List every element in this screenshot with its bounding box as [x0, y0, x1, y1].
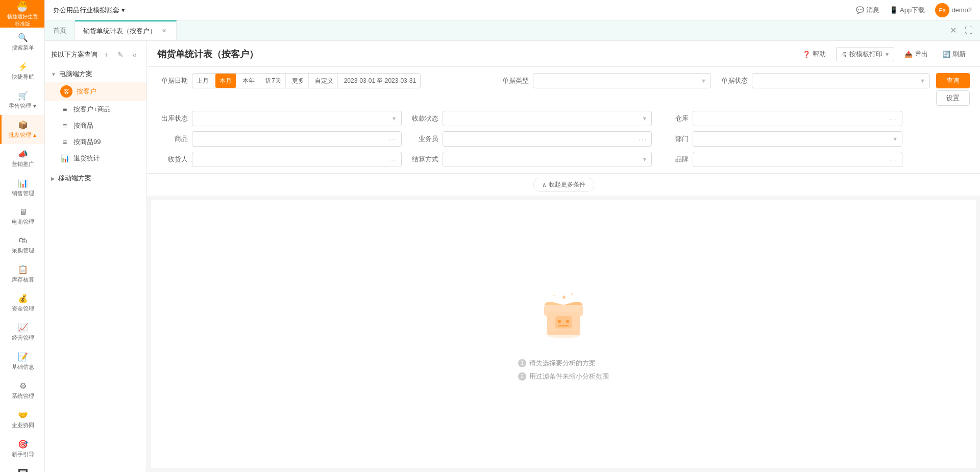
sidebar-item-finance[interactable]: 💰 资金管理: [0, 289, 45, 318]
sidebar-item-basic[interactable]: 📝 基础信息: [0, 347, 45, 376]
quick-icon: ⚡: [4, 62, 43, 72]
user-profile-btn[interactable]: Ea demo2: [935, 3, 972, 17]
empty-illustration: ✦ ✦ ✦: [533, 286, 594, 348]
department-label: 部门: [658, 134, 689, 144]
settings-btn[interactable]: 设置: [936, 90, 970, 106]
date-filter[interactable]: 上月 本月 本年 近7天 更多 自定义 2023-03-01 至 2023-03…: [192, 73, 421, 88]
product-input[interactable]: ···: [192, 131, 402, 147]
header-title[interactable]: 办公用品行业模拟账套 ▾: [53, 6, 125, 15]
payment-select[interactable]: ▼: [443, 111, 652, 126]
sidebar-item-guide[interactable]: 🎯 新手引导: [0, 434, 45, 463]
app-download-btn[interactable]: 📱 App下载: [890, 6, 925, 15]
step-num-1: 1: [518, 359, 526, 367]
order-type-label: 单据类型: [498, 76, 529, 85]
sidebar-item-apps[interactable]: 🔲 应用中心: [0, 463, 45, 472]
desktop-arrow-icon: ▼: [51, 72, 56, 77]
corp-icon: 🤝: [4, 410, 43, 420]
sidebar-item-retail[interactable]: 🛒 零售管理 ▼: [0, 86, 45, 115]
collapse-bar: ∧ 收起更多条件: [147, 174, 980, 196]
refresh-btn[interactable]: 🔄 刷新: [938, 48, 970, 61]
wholesale-icon: 📦: [4, 120, 43, 130]
filter-actions: 查询 设置: [936, 73, 970, 106]
salesperson-input[interactable]: ···: [443, 131, 652, 147]
mobile-arrow-icon: ▶: [51, 176, 55, 181]
outbound-select[interactable]: ▼: [192, 111, 402, 126]
operation-icon: 📈: [4, 323, 43, 333]
salesperson-label: 业务员: [408, 134, 438, 144]
export-btn[interactable]: 📤 导出: [900, 48, 932, 61]
search-icon: 🔍: [4, 33, 43, 42]
message-btn[interactable]: 💬 消息: [856, 6, 879, 15]
sidebar-item-ecom[interactable]: 🖥 电商管理: [0, 202, 45, 231]
export-icon: 📤: [904, 51, 913, 58]
empty-box-svg: ✦ ✦ ✦: [533, 286, 594, 347]
collapse-btn[interactable]: ∧ 收起更多条件: [533, 178, 594, 192]
sidebar-item-wholesale[interactable]: 📦 批发管理 ▲: [0, 115, 45, 144]
print-icon: 🖨: [841, 51, 847, 58]
svg-point-8: [566, 320, 569, 323]
sidebar-logo[interactable]: 🐣 畅捷通好生意 标准版: [0, 0, 45, 28]
sidebar-item-marketing[interactable]: 📣 营销推广: [0, 144, 45, 173]
window-close-btn[interactable]: ✕: [948, 25, 959, 36]
warehouse-input[interactable]: ···: [693, 111, 902, 126]
marketing-icon: 📣: [4, 149, 43, 159]
outbound-dropdown-icon: ▼: [391, 115, 397, 122]
print-btn[interactable]: 🖨 按模板打印 ▼: [836, 47, 894, 61]
order-status-dropdown-icon: ▼: [920, 78, 925, 84]
sidebar-item-purchase[interactable]: 🛍 采购管理: [0, 231, 45, 259]
window-max-btn[interactable]: ⛶: [963, 25, 975, 36]
help-btn[interactable]: ❓ 帮助: [798, 48, 830, 61]
tab-close-btn[interactable]: ✕: [160, 27, 168, 35]
date-btn-last-7-days[interactable]: 近7天: [261, 74, 286, 88]
tree-item-by-product99[interactable]: ≡ 按商品99: [45, 134, 146, 150]
warehouse-label: 仓库: [658, 114, 689, 123]
edit-scheme-btn[interactable]: ✎: [115, 49, 126, 60]
page-actions: ❓ 帮助 🖨 按模板打印 ▼ 📤 导出 🔄: [798, 47, 970, 61]
collapse-panel-btn[interactable]: «: [129, 49, 140, 60]
basic-icon: 📝: [4, 352, 43, 362]
tab-home[interactable]: 首页: [45, 20, 75, 40]
sidebar-item-operation[interactable]: 📈 经营管理: [0, 318, 45, 347]
order-status-select[interactable]: ▼: [752, 73, 930, 88]
tab-active[interactable]: 销货单统计表（按客户） ✕: [75, 20, 177, 40]
brand-input[interactable]: ···: [693, 152, 902, 167]
logo-icon: 🐣: [16, 0, 29, 12]
date-btn-this-month[interactable]: 本月: [215, 74, 236, 88]
apps-icon: 🔲: [4, 468, 43, 472]
avatar: Ea: [935, 3, 949, 17]
date-btn-more[interactable]: 更多: [288, 74, 309, 88]
collapse-up-icon: ∧: [542, 181, 547, 188]
logo-text: 畅捷通好生意: [7, 13, 38, 20]
sidebar-item-quick[interactable]: ⚡ 快捷导航: [0, 57, 45, 86]
tree-mobile-group: ▶ 移动端方案: [45, 169, 146, 188]
mobile-group-header[interactable]: ▶ 移动端方案: [45, 171, 146, 186]
sales-icon: 📊: [4, 178, 43, 188]
department-select[interactable]: ▼: [693, 131, 902, 147]
message-icon: 💬: [856, 6, 864, 14]
desktop-group-header[interactable]: ▼ 电脑端方案: [45, 66, 146, 82]
date-btn-last-month[interactable]: 上月: [192, 74, 213, 88]
tree-item-return-stats[interactable]: 📊 退货统计: [45, 150, 146, 167]
sidebar-item-sales[interactable]: 📊 销售管理: [0, 173, 45, 202]
date-btn-custom[interactable]: 自定义: [311, 74, 338, 88]
sidebar-item-corp[interactable]: 🤝 企业协同: [0, 405, 45, 434]
wholesale-expand-arrow: ▲: [32, 132, 37, 138]
add-scheme-btn[interactable]: +: [101, 49, 112, 60]
main-area: 办公用品行业模拟账套 ▾ 💬 消息 📱 App下载 Ea demo2 首页: [45, 0, 980, 472]
svg-rect-9: [558, 325, 569, 326]
payment-method-select[interactable]: ▼: [443, 152, 652, 167]
tree-item-by-customer[interactable]: 客 按客户: [45, 82, 146, 101]
header-right: 💬 消息 📱 App下载 Ea demo2: [856, 3, 972, 17]
tree-item-by-product[interactable]: ≡ 按商品: [45, 117, 146, 134]
query-btn[interactable]: 查询: [936, 73, 970, 88]
sidebar-item-system[interactable]: ⚙ 系统管理: [0, 376, 45, 405]
product-label: 商品: [157, 134, 188, 144]
tree-item-by-customer-product[interactable]: ≡ 按客户+商品: [45, 101, 146, 117]
order-type-select[interactable]: ▼: [533, 73, 711, 88]
payment-label: 收款状态: [408, 114, 438, 123]
sidebar-item-inventory[interactable]: 📋 库存核算: [0, 259, 45, 289]
date-btn-this-year[interactable]: 本年: [238, 74, 259, 88]
sidebar-item-search[interactable]: 🔍 搜索菜单: [0, 28, 45, 57]
svg-text:✦: ✦: [570, 291, 574, 297]
recipient-input[interactable]: ···: [192, 152, 402, 167]
